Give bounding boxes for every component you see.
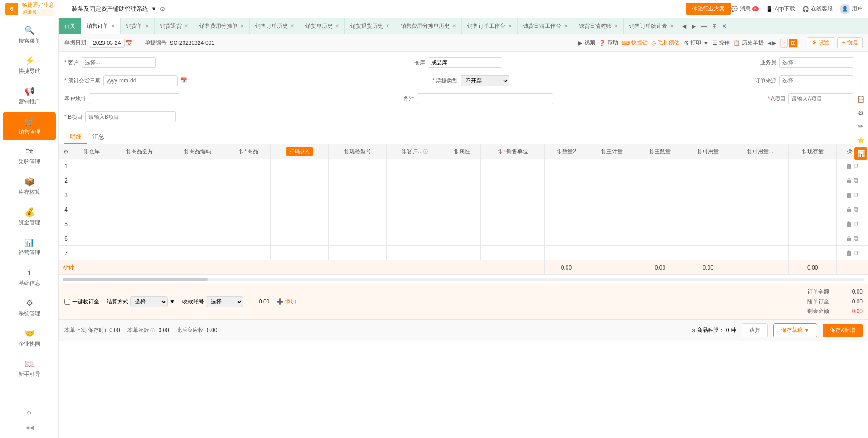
this-save-help-icon[interactable]: ⓘ [150,328,155,333]
row-1-scan[interactable] [270,159,328,173]
row-6-copy-btn[interactable]: ⧉ [854,235,858,242]
row-1-customer-code[interactable] [387,159,443,173]
row-6-available[interactable] [684,231,732,246]
horizontal-scrollbar[interactable] [63,278,864,281]
float-star-btn[interactable]: ⭐ [854,134,867,146]
row-1-available[interactable] [684,159,732,173]
tab-sales-order-history[interactable]: 销售订单历史 ✕ [250,18,300,34]
row-5-spec[interactable] [329,217,387,231]
tab-close-10[interactable]: ✕ [564,24,567,29]
float-orange-btn[interactable]: 📊 [854,147,867,160]
message-button[interactable]: 💬 消息 6 [731,5,759,13]
th-warehouse[interactable]: ⇅仓库 [73,144,111,159]
row-7-unit[interactable] [481,246,545,260]
row-1-main-qty[interactable] [636,159,684,173]
tab-close-3[interactable]: ✕ [184,24,188,29]
row-2-qty2[interactable] [545,173,588,188]
row-3-image[interactable] [111,188,169,202]
sidebar-item-quick-nav[interactable]: ⚡ 快捷导航 [3,51,56,80]
row-6-available2[interactable] [732,231,789,246]
tab-sales-order[interactable]: 销售订单 ✕ [81,18,121,34]
row-1-current-stock[interactable] [789,159,837,173]
row-4-code[interactable] [169,202,227,217]
row-1-warehouse[interactable] [73,159,111,173]
row-3-main-qty[interactable] [636,188,684,202]
th-code[interactable]: ⇅商品编码 [169,144,227,159]
save-draft-button[interactable]: 保存草稿 ▼ [773,323,817,337]
th-qty2[interactable]: ⇅数量2 [545,144,588,159]
row-5-available2[interactable] [732,217,789,231]
row-6-goods[interactable] [227,231,270,246]
float-clipboard-btn[interactable]: 📋 [854,93,867,106]
row-3-qty2[interactable] [545,188,588,202]
th-current-stock[interactable]: ⇅现存量 [789,144,837,159]
prev-record-btn[interactable]: ◀ [767,40,771,46]
discard-button[interactable]: 放弃 [742,323,768,337]
row-7-main-qty[interactable] [636,246,684,260]
row-3-current-stock[interactable] [789,188,837,202]
row-4-attr[interactable] [443,202,481,217]
row-6-delete-btn[interactable]: 🗑 [846,235,852,242]
remark-input[interactable] [417,93,553,104]
row-1-attr[interactable] [443,159,481,173]
row-1-delete-btn[interactable]: 🗑 [846,163,852,170]
row-2-main-unit[interactable] [588,173,636,188]
tab-close-6[interactable]: ✕ [335,24,339,29]
row-6-qty2[interactable] [545,231,588,246]
operations-btn[interactable]: ☰ 操作 [712,39,730,47]
row-1-goods[interactable] [227,159,270,173]
row-5-qty2[interactable] [545,217,588,231]
row-6-spec[interactable] [329,231,387,246]
row-5-warehouse[interactable] [73,217,111,231]
sidebar-item-inventory[interactable]: 📦 库存核算 [3,172,56,201]
sidebar-item-purchase[interactable]: 🛍 采购管理 [3,142,56,170]
tab-close-2[interactable]: ✕ [145,24,149,29]
tab-order-workbench[interactable]: 销售订单工作台 ✕ [462,18,518,34]
float-settings-btn[interactable]: ⚙ [854,106,867,119]
row-3-delete-btn[interactable]: 🗑 [846,192,852,199]
row-5-code[interactable] [169,217,227,231]
tab-summary[interactable]: 汇总 [87,131,110,144]
sidebar-item-cooperation[interactable]: 🤝 企业协同 [3,324,56,352]
th-available2[interactable]: ⇅可用量... [732,144,789,159]
th-scan[interactable]: 扫码录入 [270,144,328,159]
tab-detail[interactable]: 明细 [64,131,87,144]
grid-view-btn[interactable]: ⊞ [789,39,798,48]
row-4-available[interactable] [684,202,732,217]
calendar-icon[interactable]: 📅 [126,40,132,46]
row-5-customer-code[interactable] [387,217,443,231]
tab-close-7[interactable]: ✕ [386,24,389,29]
row-1-image[interactable] [111,159,169,173]
row-2-main-qty[interactable] [636,173,684,188]
sales-order-tab-close[interactable]: ✕ [111,24,115,29]
th-main-qty[interactable]: ⇅主数量 [636,144,684,159]
app-download-button[interactable]: 📱 App下载 [766,5,795,13]
sidebar-item-finance[interactable]: 💰 资金管理 [3,202,56,231]
row-5-image[interactable] [111,217,169,231]
row-2-delete-btn[interactable]: 🗑 [846,177,852,184]
project-a-input[interactable] [788,93,863,104]
th-spec[interactable]: ⇅规格型号 [329,144,387,159]
add-logistics-button[interactable]: + 物流 [837,37,863,48]
row-2-customer-code[interactable] [387,173,443,188]
row-5-available[interactable] [684,217,732,231]
row-5-copy-btn[interactable]: ⧉ [854,220,858,228]
row-2-attr[interactable] [443,173,481,188]
row-4-spec[interactable] [329,202,387,217]
row-7-qty2[interactable] [545,246,588,260]
row-5-delete-btn[interactable]: 🗑 [846,221,852,228]
row-2-scan[interactable] [270,173,328,188]
row-5-scan[interactable] [270,217,328,231]
row-2-available[interactable] [684,173,732,188]
print-btn[interactable]: 🖨 打印 ▼ [683,39,708,47]
warehouse-input[interactable] [428,57,502,68]
scan-entry-btn[interactable]: 扫码录入 [286,147,313,156]
th-unit[interactable]: ⇅*销售单位 [481,144,545,159]
tab-next-btn[interactable]: ▶ [689,18,698,34]
save-new-button[interactable]: 保存&新增 [823,324,863,337]
shortcut-btn[interactable]: ⌨ 快捷键 [622,39,648,47]
row-6-scan[interactable] [270,231,328,246]
row-3-scan[interactable] [270,188,328,202]
online-service-button[interactable]: 🎧 在线客服 [802,5,833,13]
row-4-goods[interactable] [227,202,270,217]
